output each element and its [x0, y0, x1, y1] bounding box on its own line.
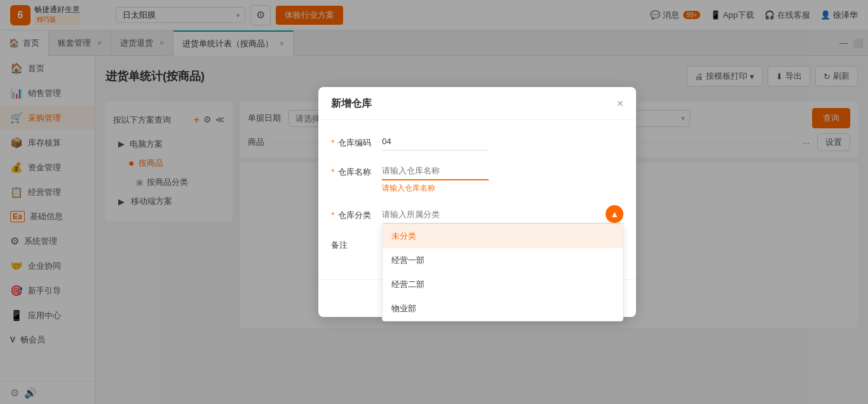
modal-body: * 仓库编码 * 仓库名称 请输入仓库名称 * 仓库分类: [318, 120, 636, 279]
category-arrow-button[interactable]: ▲: [606, 205, 623, 223]
modal-close-button[interactable]: ×: [617, 97, 624, 111]
dropdown-item-0[interactable]: 未分类: [383, 224, 623, 248]
dropdown-item-1[interactable]: 经营一部: [383, 248, 623, 273]
remark-label: 备注: [331, 235, 382, 251]
warehouse-code-label: * 仓库编码: [331, 133, 382, 149]
warehouse-category-row: * 仓库分类 ▲ 未分类 经营一部 经营二部 物业部: [331, 205, 623, 224]
modal-title: 新增仓库: [331, 97, 372, 111]
modal-header: 新增仓库 ×: [318, 87, 636, 120]
category-input-wrapper: ▲: [382, 205, 623, 224]
warehouse-category-label: * 仓库分类: [331, 205, 382, 221]
warehouse-code-row: * 仓库编码: [331, 133, 623, 151]
dropdown-item-2[interactable]: 经营二部: [383, 273, 623, 297]
warehouse-code-input[interactable]: [382, 133, 489, 151]
category-input[interactable]: [382, 206, 606, 223]
warehouse-name-label: * 仓库名称: [331, 162, 382, 178]
category-dropdown: 未分类 经营一部 经营二部 物业部: [382, 224, 623, 321]
add-warehouse-modal: 新增仓库 × * 仓库编码 * 仓库名称 请输入仓库名称: [318, 87, 636, 317]
warehouse-name-row: * 仓库名称 请输入仓库名称: [331, 162, 623, 194]
dropdown-item-3[interactable]: 物业部: [383, 297, 623, 321]
warehouse-name-input[interactable]: [382, 162, 489, 180]
warehouse-name-error: 请输入仓库名称: [382, 183, 623, 194]
